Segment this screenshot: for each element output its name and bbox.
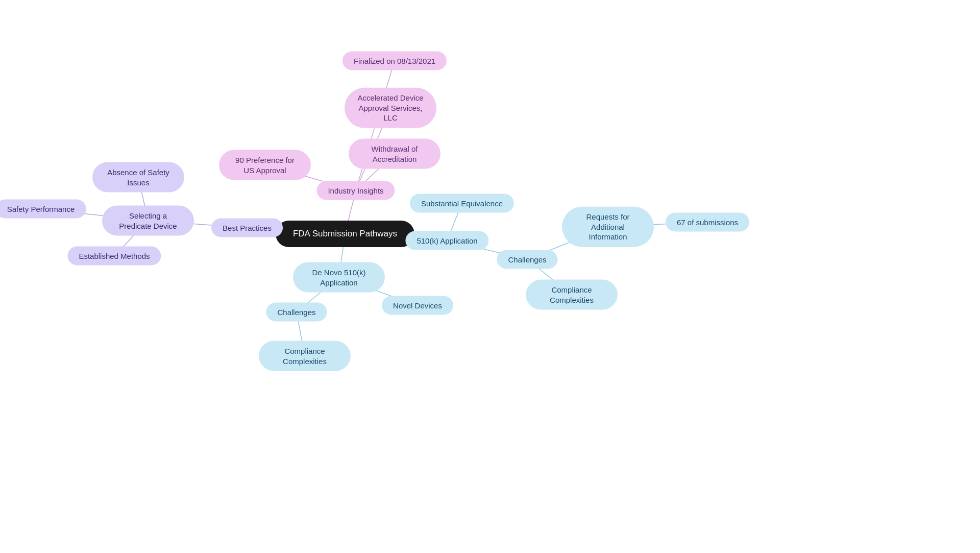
node-challenges510[interactable]: Challenges <box>497 250 557 269</box>
node-challengesDeNovo[interactable]: Challenges <box>266 303 327 322</box>
node-label-requestsInfo: Requests for Additional Information <box>573 212 643 242</box>
node-label-accelerated: Accelerated Device Approval Services, LL… <box>356 93 425 123</box>
node-label-complianceChallenges: Compliance Complexities <box>537 285 606 305</box>
node-label-withdrawal: Withdrawal of Accreditation <box>360 144 429 164</box>
node-label-substantialEquiv: Substantial Equivalence <box>421 199 503 208</box>
node-label-center: FDA Submission Pathways <box>293 229 397 239</box>
node-deNovo[interactable]: De Novo 510(k) Application <box>293 262 385 293</box>
node-complianceChallenges[interactable]: Compliance Complexities <box>526 280 618 310</box>
node-label-deNovo: De Novo 510(k) Application <box>304 268 374 287</box>
node-label-challengesDeNovo: Challenges <box>277 308 315 317</box>
node-withdrawal[interactable]: Withdrawal of Accreditation <box>349 139 440 169</box>
node-label-bestPractices: Best Practices <box>223 224 272 232</box>
node-label-fivetenk: 510(k) Application <box>416 236 477 245</box>
node-complianceDeNovo[interactable]: Compliance Complexities <box>259 341 351 371</box>
node-establishedMethods[interactable]: Established Methods <box>67 247 161 266</box>
node-absenceSafety[interactable]: Absence of Safety Issues <box>92 162 184 193</box>
node-label-finalized: Finalized on 08/13/2021 <box>354 57 435 65</box>
node-bestPractices[interactable]: Best Practices <box>211 219 283 237</box>
node-safetyPerformance[interactable]: Safety Performance <box>0 200 86 219</box>
node-substantialEquiv[interactable]: Substantial Equivalence <box>410 194 514 213</box>
node-requestsInfo[interactable]: Requests for Additional Information <box>562 207 654 247</box>
node-novelDevices[interactable]: Novel Devices <box>382 296 453 315</box>
node-label-preference: 90 Preference for US Approval <box>230 155 300 175</box>
node-label-industryInsights: Industry Insights <box>328 186 383 195</box>
node-label-safetyPerformance: Safety Performance <box>7 205 75 213</box>
node-preference[interactable]: 90 Preference for US Approval <box>219 150 311 180</box>
node-label-challenges510: Challenges <box>508 255 546 264</box>
node-label-absenceSafety: Absence of Safety Issues <box>104 167 173 187</box>
node-selectingPredicate[interactable]: Selecting a Predicate Device <box>102 206 194 236</box>
mindmap-container: FDA Submission PathwaysFinalized on 08/1… <box>0 0 980 553</box>
node-label-establishedMethods: Established Methods <box>79 252 150 260</box>
node-finalized[interactable]: Finalized on 08/13/2021 <box>342 52 447 70</box>
node-label-complianceDeNovo: Compliance Complexities <box>270 346 339 366</box>
node-submissions67[interactable]: 67 of submissions <box>666 213 749 232</box>
node-label-novelDevices: Novel Devices <box>393 301 442 310</box>
node-label-submissions67: 67 of submissions <box>677 218 738 227</box>
node-center[interactable]: FDA Submission Pathways <box>276 221 414 247</box>
node-label-selectingPredicate: Selecting a Predicate Device <box>113 211 183 231</box>
node-accelerated[interactable]: Accelerated Device Approval Services, LL… <box>345 88 436 128</box>
node-fivetenk[interactable]: 510(k) Application <box>405 231 488 250</box>
connections-svg <box>0 0 980 553</box>
node-industryInsights[interactable]: Industry Insights <box>316 181 395 200</box>
